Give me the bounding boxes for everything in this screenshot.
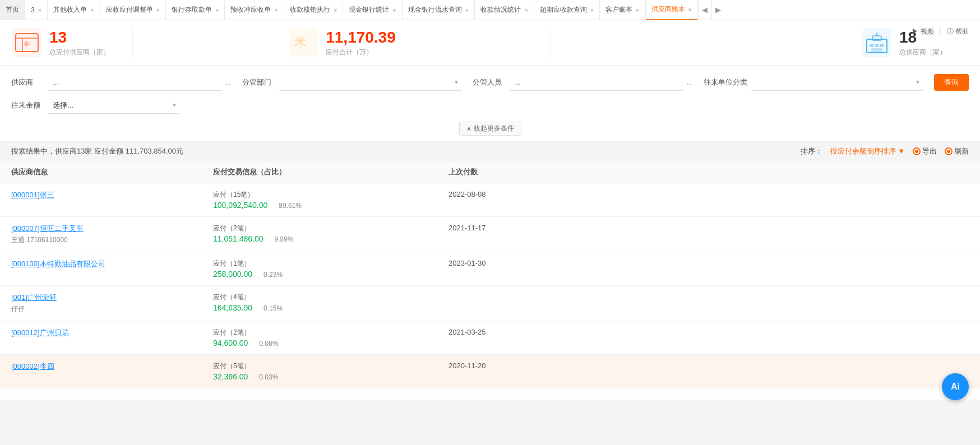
transaction-label: 应付（2笔） [213,224,449,233]
transaction-percent: 0.08% [259,340,278,347]
svg-rect-10 [870,44,873,47]
person-input[interactable] [510,74,683,91]
nav-tab-supplier-book-close[interactable]: × [688,6,692,13]
nav-tab-bank-deposit-close[interactable]: × [215,7,219,13]
filter-dept: 分管部门 ▼ [242,73,462,91]
supplier-link[interactable]: [000012]广州贝瑞 [11,328,69,337]
nav-tab-payment-stat-close[interactable]: × [524,7,528,13]
refresh-button[interactable]: 刷新 [945,146,969,156]
filter-category-label: 往来单位分类 [704,77,747,87]
nav-tab-ar-ap-adjust-close[interactable]: × [156,7,160,13]
transaction-info: 应付（2笔） 11,051,486.00 9.89% [213,224,449,243]
filter-supplier-label: 供应商 [11,77,45,87]
nav-tab-3-close[interactable]: × [38,7,41,13]
transaction-amount[interactable]: 164,635.90 [213,303,252,312]
ai-button[interactable]: Ai [942,373,969,400]
nav-tab-prepay-ar-label: 预收冲应收单 [230,5,271,15]
transaction-cell: 应付（2笔） 94,600.00 0.08% [213,328,449,347]
table-header-lastpay: 上次付数 [449,167,969,177]
nav-tab-customer-book[interactable]: 客户账本 × [600,0,645,20]
supplier-info-cell: [001]广州荣轩 仔仔 [11,293,213,314]
supplier-link[interactable]: [000100]本特勤油品有限公司 [11,259,105,268]
filter-supplier: 供应商 ... [11,74,231,91]
table-header-supplier: 供应商信息 [11,167,213,177]
nav-tab-3[interactable]: 3 × [25,0,48,20]
collapse-up-arrow: ∧ [466,125,471,133]
last-pay-date: 2023-01-30 [449,259,486,267]
transaction-amount[interactable]: 11,051,486.00 [213,234,264,243]
supplier-info-cell: [000007]恒旺二手叉车 王通 17106110000 [11,224,213,245]
export-label: 导出 [922,146,937,156]
transaction-amount[interactable]: 100,092,540.00 [213,201,267,210]
nav-tab-other-income-close[interactable]: × [90,7,94,13]
nav-tab-prepay-ar[interactable]: 预收冲应收单 × [225,0,284,20]
nav-tab-cash-bank-stat-close[interactable]: × [392,7,396,13]
result-bar: 搜索结果中，供应商13家 应付金额 111,703,854.00元 排序： 按应… [0,142,980,161]
transaction-percent: 0.03% [259,373,278,381]
result-sort-select[interactable]: 按应付余额倒序排序 ▼ [830,146,905,156]
nav-tab-overdue-ar[interactable]: 超期应收款查询 × [534,0,600,20]
svg-text:¥: ¥ [24,42,27,47]
transaction-amount[interactable]: 94,600.00 [213,339,248,347]
transaction-info: 应付（5笔） 32,366.00 0.03% [213,361,449,381]
top-nav: 首页 3 × 其他收入单 × 应收应付调整单 × 银行存取款单 × 预收冲应收单… [0,0,980,20]
stat-total-suppliers: 18 总供应商（家） [574,27,969,58]
supplier-link[interactable]: [000001]张三 [11,191,54,199]
table-header: 供应商信息 应付交易信息（占比） 上次付数 [0,161,980,183]
transaction-amount[interactable]: 258,000.00 [213,270,252,279]
nav-tab-overdue-ar-close[interactable]: × [590,7,594,13]
last-pay-date: 2022-08-08 [449,190,486,198]
ap-amount-icon: 米 [288,27,319,58]
dept-select[interactable] [279,73,462,90]
nav-tab-ar-ap-adjust[interactable]: 应收应付调整单 × [100,0,166,20]
nav-tab-other-income[interactable]: 其他收入单 × [48,0,100,20]
nav-tab-payment-stat[interactable]: 收款情况统计 × [475,0,534,20]
supplier-link[interactable]: [000002]李四 [11,362,54,370]
person-ellipsis[interactable]: ... [686,78,692,86]
dept-select-wrapper: ▼ [279,73,462,91]
refresh-label: 刷新 [954,146,969,156]
transaction-row: 258,000.00 0.23% [213,270,449,279]
filter-person-label: 分管人员 [473,77,506,87]
nav-tab-cash-bank-stat[interactable]: 现金银行统计 × [343,0,402,20]
video-link[interactable]: ▶ 视频 [912,27,933,36]
nav-arrow-right[interactable]: ▶ [711,0,725,20]
collapse-button[interactable]: ∧ 收起更多条件 [459,122,521,136]
supplier-link[interactable]: [001]广州荣轩 [11,293,57,302]
supplier-input[interactable] [48,74,221,91]
supplier-ellipsis[interactable]: ... [225,78,230,86]
transaction-info: 应付（4笔） 164,635.90 0.15% [213,293,449,312]
balance-select[interactable]: 选择... [48,96,179,113]
filter-area: 供应商 ... 分管部门 ▼ 分管人员 ... 往来单位分类 [0,66,980,142]
category-select[interactable] [751,73,923,90]
total-suppliers-icon [861,27,893,58]
search-button[interactable]: 查询 [934,74,969,91]
nav-tab-home[interactable]: 首页 [0,0,25,20]
nav-tab-cash-bank-flow[interactable]: 现金银行流水查询 × [403,0,475,20]
lastpay-cell: 2021-11-17 [449,224,969,232]
ap-suppliers-icon: ¥ [11,27,43,58]
nav-tab-payment-verify-close[interactable]: × [334,7,337,13]
filter-category: 往来单位分类 ▼ [704,73,923,91]
transaction-row: 32,366.00 0.03% [213,372,449,381]
nav-tab-cash-bank-flow-label: 现金银行流水查询 [408,5,462,15]
stat-ap-amount-number: 11,170.39 [326,28,396,47]
nav-arrow-left[interactable]: ◀ [698,0,711,20]
svg-rect-11 [875,44,879,47]
nav-tab-prepay-ar-close[interactable]: × [274,7,278,13]
nav-tab-ar-ap-adjust-label: 应收应付调整单 [106,5,153,15]
transaction-amount[interactable]: 32,366.00 [213,372,248,381]
table-row: [000100]本特勤油品有限公司 应付（1笔） 258,000.00 0.23… [0,252,980,286]
nav-tab-payment-verify[interactable]: 收款核销执行 × [284,0,343,20]
supplier-link[interactable]: [000007]恒旺二手叉车 [11,224,84,233]
export-button[interactable]: 导出 [913,146,937,156]
nav-tab-cash-bank-flow-close[interactable]: × [465,7,469,13]
transaction-label: 应付（15笔） [213,190,449,200]
help-link[interactable]: ⓘ 帮助 [947,27,969,36]
nav-tab-overdue-ar-label: 超期应收款查询 [540,5,587,15]
filter-balance: 往来余额 选择... ▼ [11,96,179,114]
transaction-percent: 0.15% [264,304,283,312]
nav-tab-customer-book-close[interactable]: × [636,7,639,13]
nav-tab-supplier-book[interactable]: 供应商账本 × [646,0,698,20]
nav-tab-bank-deposit[interactable]: 银行存取款单 × [166,0,225,20]
